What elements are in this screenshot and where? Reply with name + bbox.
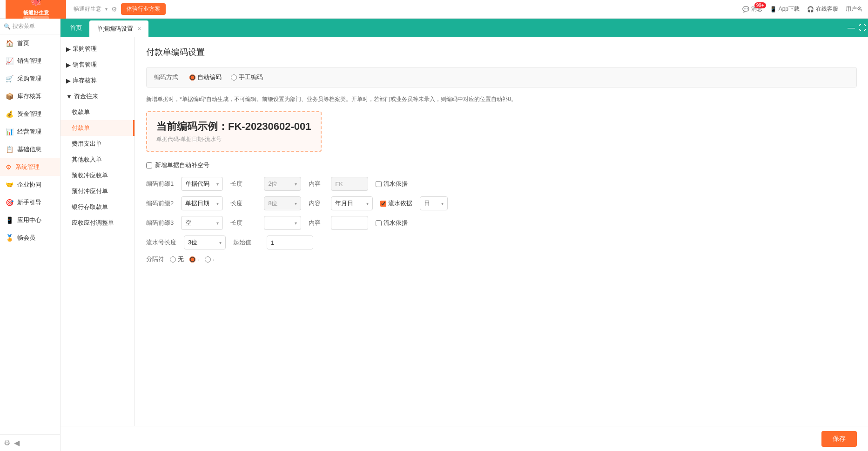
operation-icon: 📊 bbox=[6, 128, 13, 135]
sub-nav-purchase[interactable]: ▶ 采购管理 bbox=[61, 41, 135, 57]
action-bar: 保存 bbox=[61, 426, 868, 451]
auto-fill-checkbox[interactable]: 新增单据自动补空号 bbox=[146, 161, 857, 169]
sidebar-item-sales[interactable]: 📈 销售管理 bbox=[0, 52, 60, 70]
stream3-checkbox[interactable]: 流水依据 bbox=[376, 219, 408, 227]
sub-nav-adjust[interactable]: 应收应付调整单 bbox=[61, 215, 135, 231]
sidebar-item-finance[interactable]: 💰 资金管理 bbox=[0, 105, 60, 123]
sub-nav-expense[interactable]: 费用支出单 bbox=[61, 136, 135, 152]
app-download-button[interactable]: 📱 App下载 bbox=[770, 5, 800, 13]
length2-label: 长度 bbox=[230, 199, 256, 208]
prefix3-select-arrow-icon: ▾ bbox=[216, 221, 219, 226]
sep-dot2-radio[interactable]: · bbox=[205, 256, 215, 263]
sub-nav-sales[interactable]: ▶ 销售管理 bbox=[61, 57, 135, 73]
message-button[interactable]: 💬 消息 99+ bbox=[742, 5, 762, 13]
purchase-icon: 🛒 bbox=[6, 75, 13, 82]
tab-minimize-icon[interactable]: — bbox=[848, 24, 855, 32]
sep-dot-radio[interactable]: · bbox=[189, 256, 199, 263]
inventory-icon: 📦 bbox=[6, 93, 13, 100]
sub-sidebar: ▶ 采购管理 ▶ 销售管理 ▶ 库存核算 bbox=[61, 37, 135, 426]
tab-bar-controls: — ⛶ bbox=[848, 24, 866, 32]
system-icon: ⚙ bbox=[6, 163, 12, 171]
sidebar-item-purchase[interactable]: 🛒 采购管理 bbox=[0, 70, 60, 88]
save-button[interactable]: 保存 bbox=[821, 431, 857, 447]
sub-nav-bank[interactable]: 银行存取款单 bbox=[61, 199, 135, 215]
sidebar-item-newbie[interactable]: 🎯 新手引导 bbox=[0, 194, 60, 211]
length1-select[interactable]: 2位 ▾ bbox=[264, 177, 301, 191]
prefix2-label: 编码前缀2 bbox=[146, 199, 174, 208]
start-value-label: 起始值 bbox=[233, 238, 259, 247]
stream2-checkbox[interactable]: 流水依据 bbox=[380, 199, 412, 208]
tab-home[interactable]: 首页 bbox=[62, 19, 89, 37]
serial-row: 流水号长度 3位 ▾ 起始值 bbox=[146, 236, 857, 249]
sidebar-item-home[interactable]: 🏠 首页 bbox=[0, 34, 60, 52]
manual-encoding-radio[interactable]: 手工编码 bbox=[231, 73, 263, 81]
prefix-row-1: 编码前缀1 单据代码 ▾ 长度 2位 ▾ 内容 流水依据 bbox=[146, 177, 857, 191]
content2-label: 内容 bbox=[309, 199, 323, 208]
prefix1-select[interactable]: 单据代码 ▾ bbox=[181, 177, 223, 191]
auto-encoding-radio[interactable]: 自动编码 bbox=[189, 73, 222, 81]
tab-maximize-icon[interactable]: ⛶ bbox=[859, 24, 866, 32]
sub-nav-funds[interactable]: ▼ 资金往来 bbox=[61, 88, 135, 104]
content1-value bbox=[331, 177, 368, 191]
sidebar-collapse-icon[interactable]: ◀ bbox=[14, 438, 20, 447]
tab-close-icon[interactable]: × bbox=[138, 26, 141, 32]
sub-nav-other-income[interactable]: 其他收入单 bbox=[61, 152, 135, 168]
message-badge: 99+ bbox=[754, 2, 766, 8]
length2-select[interactable]: 8位 ▾ bbox=[264, 196, 301, 210]
content2-select[interactable]: 年月日 ▾ bbox=[331, 196, 373, 210]
serial-length-select[interactable]: 3位 ▾ bbox=[184, 236, 226, 249]
prefix3-select[interactable]: 空 ▾ bbox=[181, 216, 223, 230]
header-right: 💬 消息 99+ 📱 App下载 🎧 在线客服 用户名 bbox=[742, 5, 862, 13]
search-icon: 🔍 bbox=[4, 23, 11, 30]
prefix1-label: 编码前缀1 bbox=[146, 180, 174, 188]
sub-nav-prepay-pay[interactable]: 预付冲应付单 bbox=[61, 183, 135, 199]
logo-text: 畅通好生意 旗舰版 bbox=[23, 9, 49, 23]
inventory-arrow-icon: ▶ bbox=[66, 77, 71, 84]
sidebar-item-basic[interactable]: 📋 基础信息 bbox=[0, 141, 60, 158]
sub-nav-payment[interactable]: 付款单 bbox=[61, 120, 135, 136]
sidebar-item-inventory[interactable]: 📦 库存核算 bbox=[0, 88, 60, 105]
company-chevron-icon[interactable]: ▾ bbox=[105, 7, 108, 12]
user-account[interactable]: 用户名 bbox=[846, 5, 862, 13]
logo-area: 🐙 畅通好生意 旗舰版 bbox=[6, 0, 66, 19]
sub-nav-group-sales: ▶ 销售管理 bbox=[61, 57, 135, 73]
tab-encoding-settings[interactable]: 单据编码设置 × bbox=[89, 20, 148, 37]
sub-nav-prepay-receive[interactable]: 预收冲应收单 bbox=[61, 168, 135, 183]
prefix-row-3: 编码前缀3 空 ▾ 长度 ▾ 内容 流水依据 bbox=[146, 216, 857, 230]
sidebar-item-operation[interactable]: 📊 经营管理 bbox=[0, 123, 60, 141]
sub-nav-receipt[interactable]: 收款单 bbox=[61, 104, 135, 120]
stream1-checkbox[interactable]: 流水依据 bbox=[376, 180, 408, 188]
left-sidebar: 🔍 搜索菜单 🏠 首页 📈 销售管理 🛒 采购管理 📦 库存核算 💰 bbox=[0, 19, 61, 451]
online-service-button[interactable]: 🎧 在线客服 bbox=[807, 5, 838, 13]
sep-none-radio[interactable]: 无 bbox=[170, 255, 184, 263]
prefix2-select-arrow-icon: ▾ bbox=[216, 201, 219, 206]
sidebar-item-system[interactable]: ⚙ 系统管理 bbox=[0, 158, 60, 176]
trial-button[interactable]: 体验行业方案 bbox=[121, 3, 166, 15]
sidebar-settings-icon[interactable]: ⚙ bbox=[4, 438, 10, 447]
service-icon: 🎧 bbox=[807, 6, 814, 13]
sidebar-item-partner[interactable]: 🤝 企业协同 bbox=[0, 176, 60, 194]
sub-nav-inventory[interactable]: ▶ 库存核算 bbox=[61, 73, 135, 88]
basic-icon: 📋 bbox=[6, 146, 13, 153]
newbie-icon: 🎯 bbox=[6, 199, 13, 206]
sidebar-item-member[interactable]: 🏅 畅会员 bbox=[0, 229, 60, 247]
page-title: 付款单编码设置 bbox=[146, 47, 857, 58]
stream2-unit-select[interactable]: 日 ▾ bbox=[420, 196, 448, 210]
header-left: 畅通好生意 ▾ ⚙ 体验行业方案 bbox=[70, 3, 739, 15]
sidebar-item-appstore[interactable]: 📱 应用中心 bbox=[0, 211, 60, 229]
encoding-method-label: 编码方式 bbox=[154, 73, 180, 81]
content3-input[interactable] bbox=[331, 216, 368, 230]
settings-icon[interactable]: ⚙ bbox=[111, 6, 117, 13]
prefix2-select[interactable]: 单据日期 ▾ bbox=[181, 196, 223, 210]
length3-arrow-icon: ▾ bbox=[295, 221, 297, 226]
start-value-input[interactable] bbox=[267, 236, 313, 249]
separator-label: 分隔符 bbox=[146, 255, 164, 263]
preview-desc: 单据代码-单据日期-流水号 bbox=[156, 135, 311, 143]
app-icon: 📱 bbox=[770, 6, 777, 13]
company-selector[interactable]: 畅通好生意 bbox=[74, 5, 101, 13]
finance-icon: 💰 bbox=[6, 110, 13, 118]
length3-label: 长度 bbox=[230, 219, 256, 227]
page-content: ▶ 采购管理 ▶ 销售管理 ▶ 库存核算 bbox=[61, 37, 868, 426]
preview-code: 当前编码示例：FK-20230602-001 bbox=[156, 120, 311, 134]
length3-select[interactable]: ▾ bbox=[264, 216, 301, 230]
